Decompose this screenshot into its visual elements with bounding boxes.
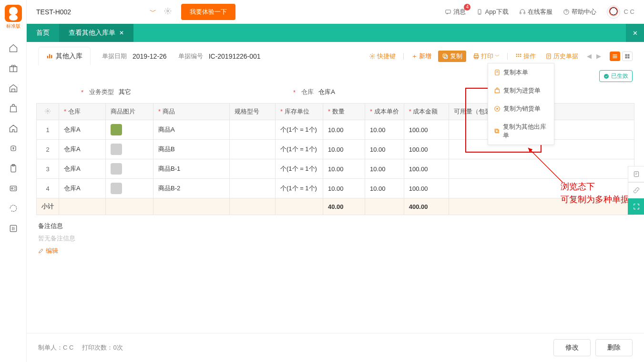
svg-point-10 — [480, 13, 480, 13]
nav-warehouse-icon[interactable] — [8, 83, 19, 94]
maker-info: 制单人：C C 打印次数：0次 — [38, 343, 123, 352]
view-list[interactable] — [610, 52, 620, 61]
print-button[interactable]: 打印﹀ — [470, 51, 502, 62]
chevron-down-icon: ﹀ — [150, 8, 156, 16]
svg-rect-24 — [518, 53, 519, 54]
tab-home[interactable]: 首页 — [27, 24, 59, 42]
svg-rect-19 — [443, 54, 446, 57]
shortcut-button[interactable]: 快捷键 — [366, 51, 399, 62]
next-arrow[interactable]: ▶ — [594, 52, 603, 61]
copy-as-outbound[interactable]: 复制为其他出库单 — [488, 118, 554, 145]
date-value: 2019-12-26 — [133, 52, 167, 60]
close-all-tabs[interactable]: ✕ — [626, 24, 644, 42]
nav-arrows: ◀ ▶ — [585, 52, 603, 61]
date-label: 单据日期 — [102, 52, 127, 61]
th-price[interactable]: 成本单价 — [365, 103, 404, 120]
th-amount[interactable]: 成本金额 — [404, 103, 449, 120]
nav-gift-icon[interactable] — [8, 62, 19, 74]
table-row[interactable]: 4 仓库A 商品B-2 个(1个 = 1个) 10.00 10.00 100.0… — [37, 179, 634, 198]
th-warehouse[interactable]: 仓库 — [59, 103, 106, 120]
org-name: TEST-H002 — [36, 8, 71, 16]
nav-shop-icon[interactable] — [8, 103, 19, 114]
code-value: IC-20191226-001 — [209, 52, 261, 60]
remarks-section: 备注信息 暂无备注信息 编辑 — [27, 215, 644, 262]
th-gear[interactable] — [37, 103, 59, 120]
svg-rect-16 — [51, 55, 52, 58]
th-product[interactable]: 商品 — [153, 103, 230, 120]
document-header: 其他入库 单据日期 2019-12-26 单据编号 IC-20191226-00… — [27, 42, 644, 65]
footer: 制单人：C C 打印次数：0次 修改 删除 — [27, 333, 644, 362]
left-sidebar: 标准版 新 — [0, 0, 27, 362]
help-link[interactable]: 帮助中心 — [563, 8, 596, 16]
copy-button[interactable]: 复制 — [438, 51, 466, 62]
tool-note-icon[interactable] — [628, 166, 644, 182]
app-download-link[interactable]: App下载 — [476, 8, 508, 16]
svg-rect-30 — [613, 54, 617, 55]
tab-current[interactable]: 查看其他入库单 ✕ — [59, 24, 133, 42]
messages-link[interactable]: 消息 4 — [445, 8, 466, 16]
warehouse-value: 仓库A — [318, 88, 335, 96]
prev-arrow[interactable]: ◀ — [585, 52, 593, 61]
trial-button[interactable]: 我要体验一下 — [181, 4, 235, 20]
customer-service-label: 在线客服 — [528, 8, 552, 16]
biz-type-label: 业务类型 — [89, 88, 114, 96]
nav-clipboard-icon[interactable] — [8, 163, 19, 174]
nav-home-icon[interactable] — [8, 42, 19, 54]
svg-rect-34 — [628, 54, 630, 56]
svg-point-17 — [371, 55, 373, 57]
svg-point-4 — [11, 187, 12, 189]
close-icon[interactable]: ✕ — [119, 30, 124, 36]
gear-icon[interactable] — [164, 7, 172, 16]
th-unit[interactable]: 库存单位 — [276, 103, 323, 120]
nav-new-icon[interactable]: 新 — [8, 223, 19, 234]
right-tools — [628, 166, 644, 215]
svg-rect-12 — [524, 12, 525, 13]
svg-rect-8 — [446, 10, 451, 13]
delete-button[interactable]: 删除 — [595, 339, 633, 356]
customer-service-link[interactable]: 在线客服 — [519, 8, 552, 16]
view-grid[interactable] — [622, 52, 633, 61]
app-download-label: App下载 — [485, 8, 508, 16]
modify-button[interactable]: 修改 — [553, 339, 591, 356]
copy-this[interactable]: 复制本单 — [488, 63, 554, 82]
operations-button[interactable]: 操作 — [512, 51, 539, 62]
biz-type-value: 其它 — [119, 88, 131, 96]
svg-rect-15 — [49, 54, 50, 58]
document-type-tab[interactable]: 其他入库 — [38, 47, 91, 65]
logo — [5, 5, 22, 22]
add-button[interactable]: ＋新增 — [409, 51, 434, 62]
nav-id-icon[interactable] — [8, 183, 19, 194]
tab-home-label: 首页 — [36, 29, 50, 37]
svg-rect-36 — [628, 56, 630, 58]
table-row[interactable]: 3 仓库A 商品B-1 个(1个 = 1个) 10.00 10.00 100.0… — [37, 159, 634, 179]
svg-rect-44 — [634, 172, 638, 177]
svg-rect-23 — [516, 53, 517, 54]
messages-badge: 4 — [464, 4, 470, 10]
nav-money-icon[interactable] — [8, 143, 19, 154]
help-label: 帮助中心 — [572, 8, 596, 16]
th-qty[interactable]: 数量 — [323, 103, 365, 120]
edit-remarks-button[interactable]: 编辑 — [38, 247, 58, 255]
history-button[interactable]: 历史单据 — [542, 51, 581, 62]
svg-rect-35 — [625, 56, 627, 58]
nav-refresh-icon[interactable] — [8, 203, 19, 214]
svg-point-41 — [604, 74, 609, 79]
copy-as-purchase[interactable]: 复制为进货单 — [488, 82, 554, 100]
user-menu[interactable]: C C — [607, 5, 634, 19]
tool-link-icon[interactable] — [628, 182, 644, 198]
org-selector[interactable]: TEST-H002 ﹀ — [36, 8, 160, 16]
copy-dropdown: 复制本单 复制为进货单 复制为销货单 复制为其他出库单 — [488, 63, 554, 145]
tool-expand-icon[interactable] — [628, 198, 644, 215]
logo-subtitle: 标准版 — [6, 23, 20, 30]
svg-rect-39 — [496, 130, 499, 133]
warehouse-label: 仓库 — [301, 88, 314, 96]
svg-rect-33 — [625, 54, 627, 56]
nav-house-icon[interactable] — [8, 123, 19, 134]
svg-rect-11 — [520, 12, 521, 13]
svg-text:新: 新 — [11, 227, 15, 231]
copy-as-sale[interactable]: 复制为销货单 — [488, 100, 554, 118]
tab-current-label: 查看其他入库单 — [69, 29, 115, 37]
th-image[interactable]: 商品图片 — [106, 103, 153, 120]
remarks-empty: 暂无备注信息 — [38, 234, 633, 243]
th-spec[interactable]: 规格型号 — [230, 103, 276, 120]
